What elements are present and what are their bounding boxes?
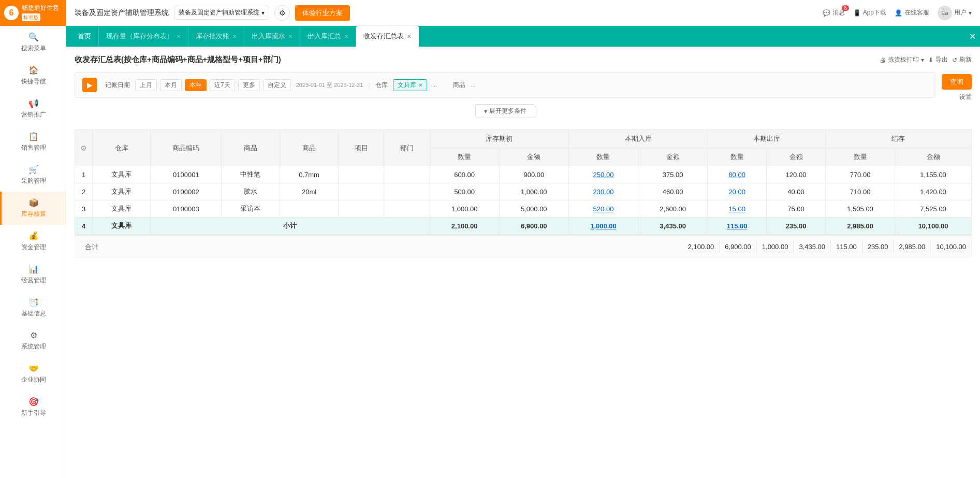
logo-icon: 6: [4, 6, 19, 20]
sidebar-item-purchase[interactable]: 🛒 采购管理: [0, 158, 66, 192]
warehouse-tag[interactable]: 文具库 ✕: [393, 79, 427, 91]
footer-open-qty: 2,100.00: [683, 240, 720, 254]
cell-dept: [384, 183, 430, 200]
sidebar-item-corp[interactable]: 🤝 企业协同: [0, 357, 66, 390]
tab-label-inout-flow: 出入库流水: [252, 32, 285, 41]
cell-out-qty[interactable]: 80.00: [708, 166, 767, 183]
print-btn[interactable]: 🖨 拣货板打印 ▾: [880, 55, 924, 64]
footer-out-amt: 235.00: [862, 240, 894, 254]
th-in-qty: 数量: [568, 148, 638, 166]
tab-home[interactable]: 首页: [70, 26, 99, 47]
goods-more[interactable]: ...: [471, 81, 476, 89]
system-selector[interactable]: 装备及固定资产辅助管理系统 ▾: [174, 6, 269, 20]
cell-goods-spec: 0.7mm: [280, 166, 339, 183]
user-item[interactable]: Ea 用户 ▾: [938, 6, 972, 20]
sidebar-item-label: 销售管理: [21, 143, 46, 152]
tab-close-inout-summary[interactable]: ✕: [344, 34, 348, 39]
sidebar-item-sales[interactable]: 📋 销售管理: [0, 125, 66, 158]
expand-btn[interactable]: ▾ 展开更多条件: [475, 104, 535, 118]
system-name: 装备及固定资产辅助管理系统: [75, 8, 169, 18]
th-open-qty: 数量: [430, 148, 499, 166]
export-btn[interactable]: ⬇ 导出: [928, 55, 948, 64]
sidebar-item-newbie[interactable]: 🎯 新手引导: [0, 390, 66, 424]
sidebar-item-finance[interactable]: 💰 资金管理: [0, 225, 66, 258]
cell-in-amt: 375.00: [638, 166, 708, 183]
th-in-amt: 金额: [638, 148, 708, 166]
sidebar-item-inventory[interactable]: 📦 库存核算: [0, 192, 66, 225]
cell-open-qty: 1,000.00: [430, 200, 499, 218]
corp-icon: 🤝: [28, 364, 39, 373]
cell-close-amt: 1,155.00: [895, 166, 972, 183]
cell-in-qty[interactable]: 520.00: [568, 200, 638, 218]
date-cur-year[interactable]: 本年: [185, 79, 207, 91]
th-close-amt: 金额: [895, 148, 972, 166]
tab-stock[interactable]: 现存量（库存分布表）✕: [99, 26, 188, 47]
logo-text: 畅捷通好生意 标准版: [22, 4, 59, 21]
date-more[interactable]: 更多: [238, 79, 260, 91]
page-area: 收发存汇总表(按仓库+商品编码+商品+规格型号+项目+部门) 🖨 拣货板打印 ▾…: [66, 47, 980, 478]
page-actions: 🖨 拣货板打印 ▾ ⬇ 导出 ↺ 刷新: [880, 55, 972, 64]
tab-inout-flow[interactable]: 出入库流水✕: [244, 26, 300, 47]
sidebar-item-system[interactable]: ⚙ 系统管理: [0, 324, 66, 357]
settings-btn[interactable]: ⚙: [274, 5, 290, 21]
cell-goods-code: 0100003: [151, 200, 222, 218]
quick-nav-icon: 🏠: [28, 65, 39, 75]
date-7days[interactable]: 近7天: [210, 79, 235, 91]
settings-link[interactable]: 设置: [959, 93, 972, 102]
tab-batch[interactable]: 库存批次账✕: [188, 26, 244, 47]
tab-bar-close[interactable]: ✕: [969, 32, 976, 41]
sidebar-item-marketing[interactable]: 📢 营销推广: [0, 92, 66, 125]
subtotal-no: 4: [75, 218, 93, 235]
trial-button[interactable]: 体验行业方案: [295, 5, 350, 21]
subtotal-out-qty: 115.00: [708, 218, 767, 235]
cell-project: [339, 166, 384, 183]
cell-warehouse: 文具库: [93, 183, 151, 200]
date-prev-month[interactable]: 上月: [135, 79, 157, 91]
filter-toggle-btn[interactable]: ▶: [82, 78, 97, 92]
cell-warehouse: 文具库: [93, 166, 151, 183]
gear-icon[interactable]: ⚙: [80, 144, 87, 152]
filter-area: ▶ 记账日期 上月 本月 本年 近7天 更多 自定义: [75, 72, 972, 124]
tab-close-receive-summary[interactable]: ✕: [407, 34, 411, 39]
cell-out-qty[interactable]: 15.00: [708, 200, 767, 218]
warehouse-tag-close[interactable]: ✕: [418, 82, 422, 88]
th-out-qty: 数量: [708, 148, 767, 166]
date-cur-month[interactable]: 本月: [160, 79, 182, 91]
cell-in-qty[interactable]: 230.00: [568, 183, 638, 200]
cell-out-qty[interactable]: 20.00: [708, 183, 767, 200]
tab-label-receive-summary: 收发存汇总表: [363, 32, 404, 41]
th-goods-code: 商品编码: [151, 130, 222, 166]
sidebar-item-operations[interactable]: 📊 经营管理: [0, 258, 66, 291]
sidebar-item-basic[interactable]: 📑 基础信息: [0, 291, 66, 324]
cell-goods-name: 中性笔: [222, 166, 280, 183]
tab-inout-summary[interactable]: 出入库汇总✕: [300, 26, 356, 47]
query-button[interactable]: 查询: [942, 74, 972, 90]
app-download-item[interactable]: 📱 App下载: [853, 8, 886, 17]
cell-out-amt: 40.00: [767, 183, 826, 200]
date-custom[interactable]: 自定义: [263, 79, 291, 91]
tab-close-batch[interactable]: ✕: [232, 34, 237, 39]
tab-close-stock[interactable]: ✕: [177, 34, 181, 39]
operations-icon: 📊: [28, 264, 39, 274]
tab-label-inout-summary: 出入库汇总: [308, 32, 341, 41]
sidebar-item-label: 库存核算: [21, 210, 46, 219]
sidebar: 6 畅捷通好生意 标准版 🔍 搜索菜单 🏠 快捷导航 📢 营销推广 📋 销售管理…: [0, 0, 66, 478]
th-out-amt: 金额: [767, 148, 826, 166]
subtotal-close-amt: 10,100.00: [895, 218, 972, 235]
tab-close-inout-flow[interactable]: ✕: [288, 34, 292, 39]
sidebar-item-search[interactable]: 🔍 搜索菜单: [0, 26, 66, 59]
subtotal-close-qty: 2,985.00: [825, 218, 895, 235]
top-bar-right: 💬 消息 6 📱 App下载 👤 在线客服 Ea 用户 ▾: [823, 6, 972, 20]
sales-icon: 📋: [28, 132, 39, 141]
online-service-item[interactable]: 👤 在线客服: [895, 8, 929, 17]
tab-receive-summary[interactable]: 收发存汇总表✕: [356, 26, 419, 47]
cell-in-qty[interactable]: 250.00: [568, 166, 638, 183]
sidebar-item-label: 采购管理: [21, 177, 46, 185]
cell-in-amt: 2,600.00: [638, 200, 708, 218]
cell-close-amt: 1,420.00: [895, 183, 972, 200]
messages-item[interactable]: 💬 消息 6: [823, 8, 845, 17]
warehouse-more[interactable]: ...: [432, 81, 437, 89]
cell-close-qty: 1,505.00: [825, 200, 895, 218]
sidebar-item-quick-nav[interactable]: 🏠 快捷导航: [0, 59, 66, 92]
refresh-btn[interactable]: ↺ 刷新: [952, 55, 972, 64]
